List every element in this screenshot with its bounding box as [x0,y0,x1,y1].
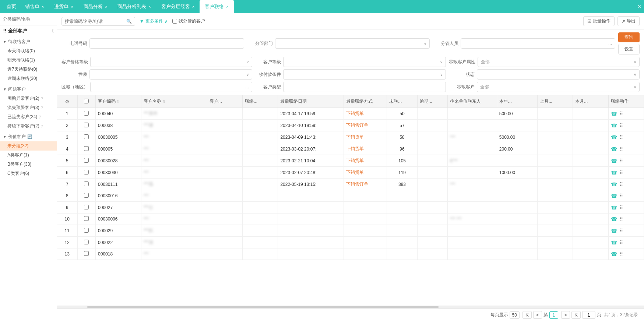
sidebar-item-today[interactable]: 今天待联络(0) [0,46,57,56]
row-checkbox[interactable] [84,170,89,174]
row-checkbox[interactable] [84,193,89,198]
more-action-icon[interactable]: ⠿ [619,170,623,176]
tab-sales-close[interactable]: × [42,4,44,9]
contact-phone-icon[interactable]: ☎ [611,170,617,176]
last-way-link[interactable]: 下销货单 [346,146,364,151]
customer-level-input[interactable]: ∨ [283,57,446,67]
sidebar-item-ungroup[interactable]: 未分组(32) [0,141,57,151]
payment-input[interactable]: ∨ [283,69,446,80]
contact-phone-icon[interactable]: ☎ [611,216,617,222]
tab-product-analysis-close[interactable]: × [105,4,107,9]
last-page-btn[interactable]: K [571,311,581,319]
col-code-header[interactable]: 客户编码 ⇅ [96,95,141,108]
last-way-link[interactable]: 下销货单 [346,134,364,140]
select-all-checkbox[interactable] [84,99,89,103]
tab-product-list-close[interactable]: × [148,4,151,9]
sidebar-group-pending-title[interactable]: ▼ 待联络客户 [0,37,57,46]
sidebar-all-customers[interactable]: ⠿ 全部客户 《 [0,25,57,36]
last-way-link[interactable]: 下销货单 [346,158,364,163]
more-action-icon[interactable]: ⠿ [619,205,623,211]
search-input[interactable] [65,19,126,24]
jump-page-input[interactable] [582,311,595,319]
export-btn[interactable]: ↗ 导出 [617,16,640,26]
tab-product-analysis[interactable]: 商品分析 × [78,0,112,13]
sidebar-item-c-class[interactable]: C类客户(6) [0,169,57,178]
manager-dots-icon[interactable]: ... [608,41,612,46]
tab-customer-segment-close[interactable]: × [192,4,194,9]
tab-purchase-close[interactable]: × [71,4,73,9]
contact-phone-icon[interactable]: ☎ [611,240,617,246]
tab-home[interactable]: 首页 [3,0,20,13]
row-checkbox[interactable] [84,228,89,233]
more-action-icon[interactable]: ⠿ [619,228,623,234]
tab-sales[interactable]: 销售单 × [20,0,49,13]
customer-type-input[interactable] [283,82,446,92]
more-conditions-btn[interactable]: ▼ 更多条件 ∧ [140,18,168,24]
more-action-icon[interactable]: ⠿ [619,216,623,222]
tab-purchase[interactable]: 进货单 × [49,0,78,13]
contact-phone-icon[interactable]: ☎ [611,111,617,117]
phone-input[interactable] [89,38,244,49]
contact-phone-icon[interactable]: ☎ [611,228,617,234]
sidebar-item-declining[interactable]: 持续下滑客户(2) ? [0,121,57,131]
col-name-header[interactable]: 客户名称 ⇅ [141,95,207,108]
contact-phone-icon[interactable]: ☎ [611,193,617,199]
region-input[interactable]: ... [90,82,252,92]
tab-product-list[interactable]: 商品分析列表 × [112,0,156,13]
sidebar-item-churn-warning[interactable]: 流失预警客户(3) ? [0,103,57,112]
sidebar-item-churned[interactable]: 已流失客户(24) ? [0,112,57,121]
retail-customer-input[interactable]: 全部 ∨ [477,82,640,92]
more-action-icon[interactable]: ⠿ [619,123,623,128]
region-dots-icon[interactable]: ... [245,84,249,89]
more-action-icon[interactable]: ⠿ [619,251,623,257]
my-customers-checkbox[interactable] [172,19,177,24]
query-button[interactable]: 查询 [618,32,640,42]
status-input[interactable]: ∨ [477,69,640,80]
nature-input[interactable]: ∨ [89,69,252,80]
row-checkbox[interactable] [84,216,89,221]
row-checkbox[interactable] [84,123,89,127]
row-checkbox[interactable] [84,134,89,139]
prev-page-btn[interactable]: < [533,311,542,319]
sidebar-item-7days[interactable]: 近7天待联络(0) [0,65,57,74]
sidebar-search-input[interactable] [3,17,57,22]
more-action-icon[interactable]: ⠿ [619,193,623,199]
settings-icon[interactable]: ⚙ [65,99,70,105]
contact-phone-icon[interactable]: ☎ [611,251,617,257]
scrollbar-thumb[interactable] [87,306,439,308]
department-input[interactable]: ∨ [275,38,430,49]
sidebar-item-b-class[interactable]: B类客户(33) [0,160,57,169]
row-checkbox[interactable] [84,205,89,209]
sidebar-item-overdue[interactable]: 逾期未联络(30) [0,74,57,83]
batch-operate-btn[interactable]: ☑ 批量操作 [583,16,615,26]
more-action-icon[interactable]: ⠿ [619,111,623,117]
tab-customer-contact[interactable]: 客户联络 × [200,0,233,13]
contact-phone-icon[interactable]: ☎ [611,158,617,164]
sidebar-item-hoarding[interactable]: 囤购异常客户(2) ? [0,94,57,103]
sidebar-item-a-class[interactable]: A类客户(1) [0,151,57,160]
more-action-icon[interactable]: ⠿ [619,146,623,152]
value-refresh-icon[interactable]: 🔄 [27,134,32,139]
tab-customer-segment[interactable]: 客户分层经客 × [156,0,200,13]
contact-phone-icon[interactable]: ☎ [611,146,617,152]
row-checkbox[interactable] [84,240,89,244]
manager-input[interactable]: ... [461,38,615,49]
next-page-btn[interactable]: > [561,311,570,319]
contact-phone-icon[interactable]: ☎ [611,123,617,128]
search-icon[interactable]: 🔍 [126,19,132,24]
tab-customer-contact-close[interactable]: × [226,4,228,9]
first-page-btn[interactable]: K [522,311,532,319]
row-checkbox[interactable] [84,251,89,256]
last-way-link[interactable]: 下销货单 [346,111,364,116]
price-level-input[interactable]: ∨ [90,57,252,67]
row-checkbox[interactable] [84,146,89,151]
contact-phone-icon[interactable]: ☎ [611,205,617,211]
contact-phone-icon[interactable]: ☎ [611,134,617,140]
window-close-icon[interactable]: × [638,3,641,10]
reset-button[interactable]: 设置 [618,44,640,54]
more-action-icon[interactable]: ⠿ [619,134,623,140]
last-way-link[interactable]: 下销售订单 [346,123,368,128]
row-checkbox[interactable] [84,111,89,116]
more-action-icon[interactable]: ⠿ [619,158,623,164]
horizontal-scrollbar[interactable] [57,306,644,308]
